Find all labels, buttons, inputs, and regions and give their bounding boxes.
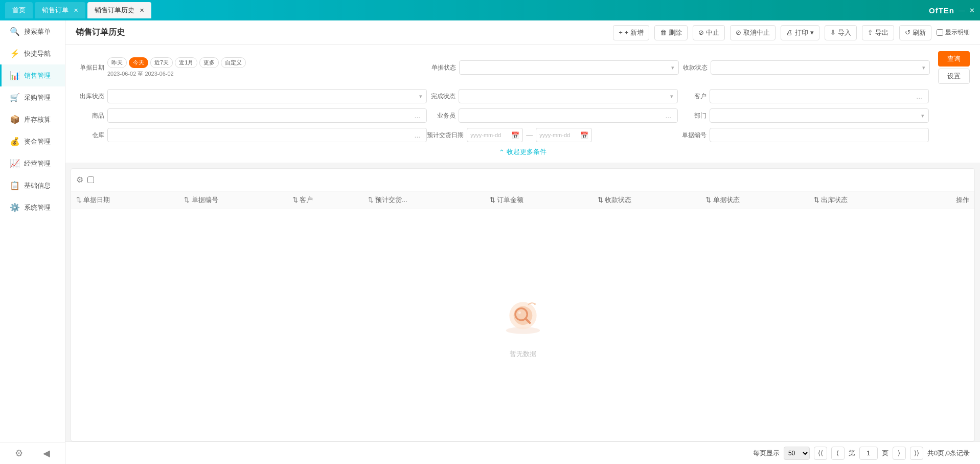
page-prev-btn[interactable]: ⟨ — [831, 447, 845, 460]
warehouse-dots[interactable]: ... — [413, 131, 423, 139]
tab-sales-order[interactable]: 销售订单 ✕ — [35, 2, 85, 18]
sidebar-item-sales-mgmt[interactable]: 📊 销售管理 — [0, 64, 65, 86]
tab-home[interactable]: 首页 — [5, 2, 33, 18]
sidebar-item-ops-mgmt[interactable]: 📈 经营管理 — [0, 152, 65, 174]
out-stock-select[interactable]: ▾ — [107, 89, 427, 103]
complete-select[interactable]: ▾ — [459, 89, 678, 103]
date-tag-today[interactable]: 今天 — [129, 57, 148, 68]
tab-sales-order-history-label: 销售订单历史 — [95, 6, 134, 15]
setup-button[interactable]: 设置 — [938, 69, 970, 84]
goods-dots[interactable]: ... — [413, 112, 423, 120]
add-button[interactable]: + + 新增 — [613, 25, 649, 40]
brand-logo: OfTEn — [929, 6, 954, 15]
page-size-label: 每页显示 — [753, 449, 780, 458]
goods-select[interactable]: ... — [107, 108, 427, 123]
goods-label: 商品 — [76, 112, 104, 120]
cancel-stop-icon: ⊘ — [736, 29, 741, 36]
tab-sales-order-close[interactable]: ✕ — [74, 7, 78, 14]
order-status-select[interactable]: ▾ — [459, 60, 678, 75]
collapse-row[interactable]: ⌃ 收起更多条件 — [76, 147, 970, 157]
date-tag-custom[interactable]: 自定义 — [221, 57, 246, 68]
filter-order-no: 单据编号 — [678, 128, 929, 142]
customer-select[interactable]: ... — [710, 89, 929, 103]
page-input[interactable] — [859, 447, 878, 460]
show-detail-checkbox-label[interactable]: 显示明细 — [937, 28, 970, 37]
expected-date-to[interactable]: yyyy-mm-dd 📅 — [536, 128, 592, 142]
warehouse-select[interactable]: ... — [107, 128, 427, 142]
table-toolbar: ⚙ — [71, 169, 974, 191]
filter-row-3: 商品 ... 业务员 ... 部门 — [76, 108, 970, 123]
collapse-up-icon: ⌃ — [499, 148, 505, 156]
show-detail-checkbox[interactable] — [937, 29, 943, 36]
sidebar-item-quick-nav[interactable]: ⚡ 快捷导航 — [0, 42, 65, 64]
sidebar-item-inventory[interactable]: 📦 库存核算 — [0, 108, 65, 130]
query-button[interactable]: 查询 — [938, 51, 970, 67]
sidebar-item-search-menu[interactable]: 🔍 搜索菜单 — [0, 20, 65, 42]
page-last-btn[interactable]: ⟩⟩ — [910, 447, 923, 460]
filter-area: 单据日期 昨天 今天 近7天 近1月 更多 自定义 2023-06-02 至 2… — [65, 45, 980, 163]
dept-select[interactable]: ▾ — [710, 108, 929, 123]
ops-icon: 📈 — [10, 159, 20, 168]
sidebar-item-fund-mgmt[interactable]: 💰 资金管理 — [0, 130, 65, 152]
sidebar-collapse-btn[interactable]: ◀ — [43, 448, 50, 459]
salesperson-select[interactable]: ... — [459, 108, 678, 123]
cancel-stop-button[interactable]: ⊘ 取消中止 — [730, 25, 776, 40]
date-tag-7days[interactable]: 近7天 — [150, 57, 173, 68]
col-pay-status[interactable]: ⇅ 收款状态 — [592, 191, 700, 209]
print-button[interactable]: 🖨 打印 ▾ — [781, 25, 819, 40]
filter-out-stock: 出库状态 ▾ — [76, 89, 427, 103]
salesperson-dots[interactable]: ... — [663, 112, 673, 120]
svg-point-6 — [534, 303, 535, 304]
filter-order-status: 单据状态 ▾ — [427, 60, 678, 75]
page-next-btn[interactable]: ⟩ — [893, 447, 906, 460]
sidebar-item-sys-mgmt[interactable]: ⚙️ 系统管理 — [0, 196, 65, 218]
date-tag-group: 昨天 今天 近7天 近1月 更多 自定义 — [107, 57, 246, 68]
export-button[interactable]: ⇧ 导出 — [862, 25, 894, 40]
filter-row-4: 仓库 ... 预计交货日期 yyyy-mm-dd 📅 — — [76, 128, 970, 142]
filter-expected-date: 预计交货日期 yyyy-mm-dd 📅 — yyyy-mm-dd 📅 — [427, 128, 678, 142]
filter-warehouse: 仓库 ... — [76, 128, 427, 142]
tab-sales-order-history[interactable]: 销售订单历史 ✕ — [87, 2, 151, 18]
date-tag-more[interactable]: 更多 — [199, 57, 219, 68]
customer-dots[interactable]: ... — [914, 92, 924, 100]
page-header: 销售订单历史 + + 新增 🗑 删除 ⊘ 中止 ⊘ 取消中止 — [65, 20, 980, 45]
refresh-icon: ↺ — [905, 29, 910, 36]
complete-label: 完成状态 — [427, 92, 455, 101]
sidebar-item-sys-mgmt-label: 系统管理 — [24, 203, 51, 212]
empty-state: 暂无数据 — [71, 209, 974, 441]
order-no-input[interactable] — [710, 128, 929, 142]
pay-status-select[interactable]: ▾ — [711, 60, 930, 75]
delete-icon: 🗑 — [660, 29, 667, 36]
pagination: 每页显示 50 10 20 100 ⟨⟨ ⟨ 第 页 ⟩ ⟩⟩ 共0页,0条记录 — [65, 441, 980, 464]
col-date[interactable]: ⇅ 单据日期 — [71, 191, 179, 209]
import-button[interactable]: ⇩ 导入 — [825, 25, 857, 40]
date-tag-yesterday[interactable]: 昨天 — [107, 57, 127, 68]
select-all-checkbox[interactable] — [87, 176, 94, 183]
date-dash: — — [526, 131, 533, 139]
page-first-btn[interactable]: ⟨⟨ — [814, 447, 827, 460]
calendar-to-icon: 📅 — [580, 131, 588, 139]
sidebar-item-basic-info[interactable]: 📋 基础信息 — [0, 174, 65, 196]
col-amount[interactable]: ⇅ 订单金额 — [485, 191, 592, 209]
sidebar: 🔍 搜索菜单 ⚡ 快捷导航 📊 销售管理 🛒 采购管理 📦 库存核算 💰 资金管… — [0, 20, 65, 464]
window-close[interactable]: ✕ — [969, 7, 975, 14]
col-order-status[interactable]: ⇅ 单据状态 — [700, 191, 808, 209]
col-expected-date[interactable]: ⇅ 预计交货... — [363, 191, 485, 209]
stop-button[interactable]: ⊘ 中止 — [693, 25, 725, 40]
window-minimize[interactable]: — — [959, 7, 965, 14]
col-customer[interactable]: ⇅ 客户 — [287, 191, 363, 209]
tab-sales-order-history-close[interactable]: ✕ — [140, 7, 144, 14]
delete-button[interactable]: 🗑 删除 — [654, 25, 688, 40]
complete-arrow-icon: ▾ — [670, 93, 673, 100]
date-tag-1month[interactable]: 近1月 — [175, 57, 197, 68]
sidebar-item-purchase-mgmt[interactable]: 🛒 采购管理 — [0, 86, 65, 108]
table-settings-icon[interactable]: ⚙ — [76, 175, 83, 185]
expected-date-from[interactable]: yyyy-mm-dd 📅 — [467, 128, 523, 142]
dept-label: 部门 — [678, 112, 706, 120]
col-out-status[interactable]: ⇅ 出库状态 — [809, 191, 917, 209]
refresh-button[interactable]: ↺ 刷新 — [899, 25, 931, 40]
page-size-select[interactable]: 50 10 20 100 — [784, 447, 810, 460]
sidebar-settings-btn[interactable]: ⚙ — [15, 448, 23, 459]
calendar-from-icon: 📅 — [511, 131, 519, 139]
col-no[interactable]: ⇅ 单据编号 — [179, 191, 287, 209]
